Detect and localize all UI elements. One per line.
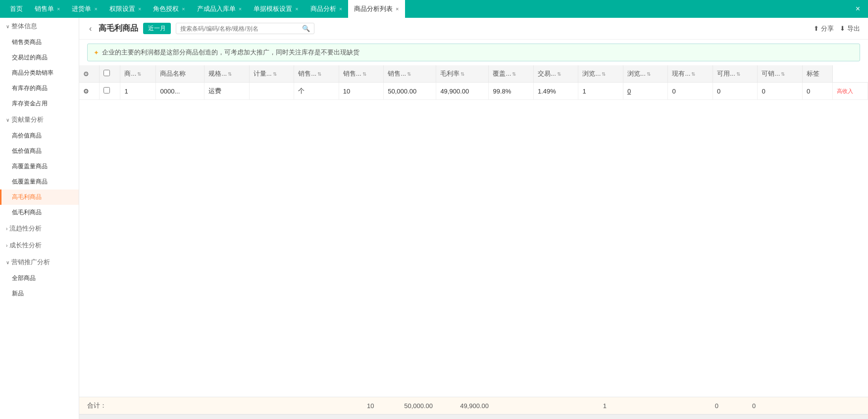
content-area: ‹ 高毛利商品 近一月 🔍 ⬆ 分享 ⬇ 导出 ✦ 企业的主要的利润都是这部 [79,18,868,419]
col-header-view1[interactable]: 浏览...⇅ [578,65,623,83]
nav-close-icon[interactable]: × [339,6,342,12]
tip-text: 企业的主要的利润都是这部分商品创造的，可考虑加大推广，同时关注库存是不要出现缺货 [102,48,359,57]
nav-item-角色授权[interactable]: 角色授权× [147,0,191,18]
page-title: 高毛利商品 [99,23,138,34]
sidebar-item-低覆盖量商品[interactable]: 低覆盖量商品 [0,174,79,189]
chevron-icon: › [6,243,7,248]
nav-close-icon[interactable]: × [239,6,242,12]
nav-item-销售单[interactable]: 销售单× [29,0,66,18]
sidebar-group-3[interactable]: ›成长性分析 [0,237,79,254]
sidebar-item-交易过的商品[interactable]: 交易过的商品 [0,50,79,65]
sidebar-item-全部商品[interactable]: 全部商品 [0,271,79,286]
sidebar-item-低毛利商品[interactable]: 低毛利商品 [0,205,79,220]
sidebar-item-高覆盖量商品[interactable]: 高覆盖量商品 [0,159,79,174]
sort-icon: ⇅ [781,71,785,77]
search-icon[interactable]: 🔍 [302,25,310,32]
header-actions: ⬆ 分享 ⬇ 导出 [814,24,860,33]
sort-icon: ⇅ [736,71,740,77]
table-wrapper: ⚙商...⇅商品名称规格...⇅计量...⇅销售...⇅销售...⇅销售...⇅… [79,65,868,397]
footer-cell-3 [214,402,289,410]
nav-close-icon[interactable]: × [396,6,399,12]
nav-item-商品分析[interactable]: 商品分析× [305,0,348,18]
period-button[interactable]: 近一月 [143,23,171,34]
footer-cell-15: 0 [748,402,785,410]
nav-item-产成品入库单[interactable]: 产成品入库单× [191,0,248,18]
footer-cell-9 [512,402,556,410]
sort-icon: ⇅ [317,71,321,77]
cell-coverage: 1.49% [533,83,578,100]
row-checkbox[interactable] [103,87,110,93]
col-header-saleProfit[interactable]: 销售...⇅ [384,65,436,83]
export-icon: ⬇ [840,25,845,32]
sidebar-item-销售类商品[interactable]: 销售类商品 [0,35,79,50]
footer-label: 合计： [87,401,127,410]
sidebar-item-新品[interactable]: 新品 [0,286,79,301]
sidebar-item-商品分类助销率[interactable]: 商品分类助销率 [0,65,79,81]
cell-name: 运费 [204,83,250,100]
sort-icon: ⇅ [460,71,464,77]
sidebar-group-label: 营销推广分析 [11,258,50,267]
cell-no: 1 [120,83,156,100]
sort-icon: ⇅ [691,71,695,77]
nav-item-单据模板设置[interactable]: 单据模板设置× [248,0,304,18]
col-header-code[interactable]: 商...⇅ [120,65,156,83]
footer-cell-6: 10 [363,402,400,410]
sidebar-item-库存资金占用[interactable]: 库存资金占用 [0,96,79,111]
sidebar-group-label: 成长性分析 [9,241,42,250]
nav-close-icon[interactable]: × [138,6,141,12]
nav-close-icon[interactable]: × [94,6,97,12]
row-settings[interactable]: ⚙ [79,83,99,100]
cell-tag: 高收入 [832,83,868,100]
sidebar-item-高价值商品[interactable]: 高价值商品 [0,128,79,143]
nav-close-icon[interactable]: × [182,6,185,12]
sidebar-item-低价值商品[interactable]: 低价值商品 [0,143,79,159]
col-header-name: 商品名称 [156,65,204,83]
col-header-view2[interactable]: 浏览...⇅ [623,65,668,83]
col-header-trade[interactable]: 交易...⇅ [533,65,578,83]
col-header-grossRate[interactable]: 毛利率⇅ [436,65,489,83]
data-table: ⚙商...⇅商品名称规格...⇅计量...⇅销售...⇅销售...⇅销售...⇅… [79,65,868,100]
sort-icon: ⇅ [512,71,516,77]
nav-close-icon[interactable]: × [57,6,60,12]
main-layout: ∨整体信息销售类商品交易过的商品商品分类助销率有库存的商品库存资金占用∨贡献量分… [0,18,868,419]
col-header-tag: 标签 [802,65,832,83]
close-all-button[interactable]: × [852,4,864,13]
col-header-spec[interactable]: 规格...⇅ [204,65,250,83]
chevron-icon: ∨ [6,117,9,123]
scrollbar[interactable] [79,414,868,419]
cell-view1[interactable]: 0 [623,83,668,100]
nav-item-权限设置[interactable]: 权限设置× [103,0,147,18]
share-button[interactable]: ⬆ 分享 [814,24,834,33]
sidebar-group-4[interactable]: ∨营销推广分析 [0,254,79,271]
sort-icon: ⇅ [273,71,277,77]
nav-item-进货单[interactable]: 进货单× [66,0,103,18]
sidebar-item-有库存的商品[interactable]: 有库存的商品 [0,81,79,96]
sidebar-group-2[interactable]: ›流趋性分析 [0,220,79,237]
col-header-current[interactable]: 现有...⇅ [668,65,713,83]
col-header-saleQty[interactable]: 销售...⇅ [294,65,339,83]
col-header-coverage[interactable]: 覆盖...⇅ [489,65,534,83]
col-header-unit[interactable]: 计量...⇅ [249,65,294,83]
sort-icon: ⇅ [602,71,606,77]
cell-unit: 个 [294,83,339,100]
col-header-saleAmount[interactable]: 销售...⇅ [339,65,384,83]
search-input[interactable] [180,25,302,32]
export-button[interactable]: ⬇ 导出 [840,24,860,33]
share-icon: ⬆ [814,25,819,32]
nav-close-icon[interactable]: × [295,6,298,12]
sidebar-collapse-button[interactable]: ‹ [87,24,94,33]
chevron-icon: ∨ [6,260,9,265]
col-header-available[interactable]: 可用...⇅ [713,65,758,83]
select-all-checkbox[interactable] [103,70,110,76]
col-header-sellable[interactable]: 可销...⇅ [758,65,803,83]
sidebar-group-1[interactable]: ∨贡献量分析 [0,111,79,128]
nav-item-商品分析列表[interactable]: 商品分析列表× [348,0,405,18]
nav-item-首页[interactable]: 首页 [4,0,29,18]
sort-icon: ⇅ [557,71,561,77]
sidebar-group-0[interactable]: ∨整体信息 [0,18,79,35]
footer-cell-14: 0 [711,402,748,410]
sidebar-group-label: 整体信息 [11,22,37,31]
footer-cell-1 [152,402,176,410]
sidebar-item-高毛利商品[interactable]: 高毛利商品 [0,189,79,205]
col-header-checkbox [99,65,120,83]
